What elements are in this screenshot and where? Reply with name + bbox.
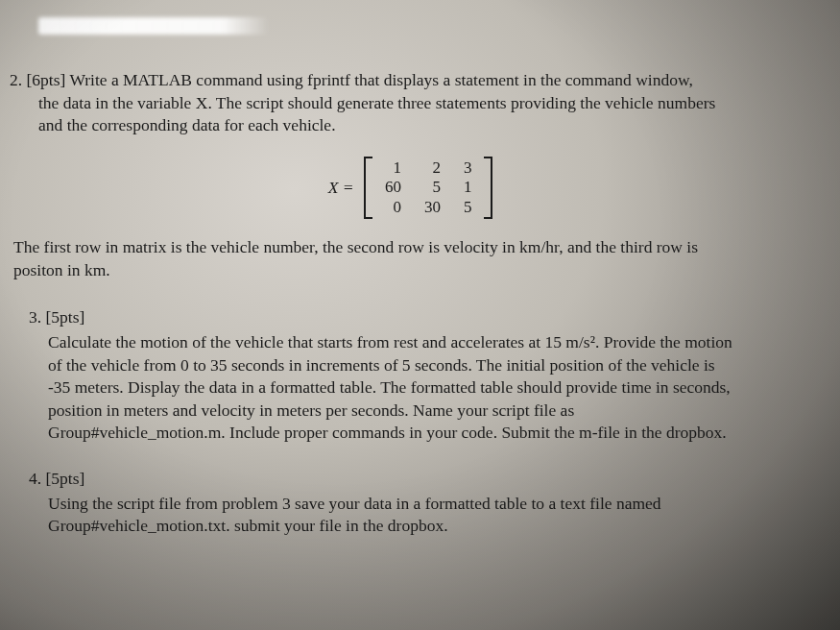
matrix-cell: 5 — [452, 198, 484, 217]
q3-line4: position in meters and velocity in meter… — [48, 400, 792, 423]
q4-body: Using the script file from problem 3 sav… — [29, 493, 792, 538]
question-2: 2. [6pts] Write a MATLAB command using f… — [10, 69, 811, 137]
matrix-lhs: X = — [328, 177, 354, 200]
q2-text-line2: the data in the variable X. The script s… — [10, 92, 811, 115]
rows-desc-line1: The first row in matrix is the vehicle n… — [13, 236, 792, 259]
matrix-cell: 1 — [373, 158, 413, 178]
q2-points: [6pts] — [27, 70, 66, 89]
question-3: 3. [5pts] Calculate the motion of the ve… — [29, 306, 811, 445]
q3-body: Calculate the motion of the vehicle that… — [29, 331, 792, 445]
q3-line2: of the vehicle from 0 to 35 seconds in i… — [48, 354, 792, 377]
matrix-cell: 60 — [373, 178, 413, 197]
q3-points: [5pts] — [46, 307, 85, 327]
q3-line1: Calculate the motion of the vehicle that… — [48, 331, 792, 354]
q3-number: 3. — [29, 307, 41, 327]
question-4: 4. [5pts] Using the script file from pro… — [29, 468, 811, 538]
q4-points: [5pts] — [46, 469, 85, 488]
q3-line5: Group#vehicle_motion.m. Include proper c… — [48, 422, 792, 445]
matrix-cell: 3 — [452, 158, 484, 178]
q2-number: 2. — [10, 70, 22, 89]
screen-glare — [38, 17, 269, 35]
rows-desc-line2: positon in km. — [13, 259, 792, 282]
matrix-equation: X = 1 2 3 60 5 1 0 30 5 — [10, 157, 811, 219]
q2-text-line1: Write a MATLAB command using fprintf tha… — [69, 70, 692, 89]
matrix-cell: 1 — [452, 178, 484, 197]
q4-number: 4. — [29, 469, 41, 488]
q2-first-line: 2. [6pts] Write a MATLAB command using f… — [10, 69, 811, 92]
matrix-cell: 5 — [413, 178, 452, 197]
matrix-row-3: 0 30 5 — [373, 198, 484, 217]
rows-description: The first row in matrix is the vehicle n… — [13, 236, 811, 281]
document-page: 2. [6pts] Write a MATLAB command using f… — [0, 0, 840, 580]
q2-text-line3: and the corresponding data for each vehi… — [10, 114, 811, 137]
matrix-cell: 2 — [413, 158, 452, 178]
matrix-row-2: 60 5 1 — [373, 178, 484, 197]
matrix-row-1: 1 2 3 — [373, 158, 484, 178]
q3-header: 3. [5pts] — [29, 306, 792, 329]
matrix-table: 1 2 3 60 5 1 0 30 5 — [373, 158, 484, 217]
matrix-cell: 30 — [413, 198, 452, 217]
q3-line3: -35 meters. Display the data in a format… — [48, 376, 792, 400]
matrix-cell: 0 — [373, 198, 413, 217]
matrix-brackets: 1 2 3 60 5 1 0 30 5 — [364, 157, 493, 219]
q4-line2: Group#vehicle_motion.txt. submit your fi… — [48, 515, 792, 538]
q4-header: 4. [5pts] — [29, 468, 792, 491]
q4-line1: Using the script file from problem 3 sav… — [48, 493, 792, 516]
